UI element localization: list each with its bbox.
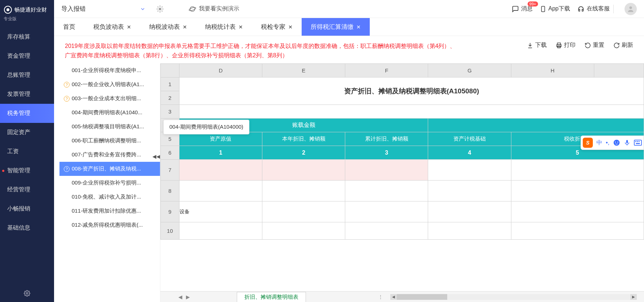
cell[interactable]	[179, 181, 262, 201]
tree-item-007[interactable]: 007-广告费和业务宣传费跨...	[59, 148, 160, 162]
ime-mic-icon[interactable]	[624, 139, 630, 146]
col-num[interactable]: 2	[262, 146, 345, 160]
scroll-track[interactable]	[397, 294, 630, 300]
collapse-tree-icon[interactable]: ◀◀	[152, 154, 160, 159]
tab-income-tax[interactable]: 所得税汇算清缴✕	[302, 18, 370, 36]
sheet-tab[interactable]: 折旧、摊销调整明细表	[237, 292, 306, 302]
menu-tax[interactable]: 税务管理	[0, 104, 54, 123]
ime-toolbar[interactable]: S 中 •,	[581, 136, 644, 150]
sub-header[interactable]: 本年折旧、摊销额	[262, 132, 345, 146]
cell[interactable]	[511, 160, 644, 181]
cell[interactable]	[262, 201, 345, 222]
cell[interactable]	[511, 222, 644, 240]
menu-baseinfo[interactable]: 基础信息	[0, 218, 54, 237]
tree-item-005[interactable]: 005-纳税调整项目明细表(A1...	[59, 120, 160, 134]
col-num[interactable]: 4	[428, 146, 511, 160]
scroll-thumb[interactable]	[397, 294, 447, 300]
cell[interactable]	[511, 181, 644, 201]
scroll-left-icon[interactable]: ◀	[390, 294, 397, 300]
next-sheet-icon[interactable]: ▶	[186, 294, 190, 300]
demo-link[interactable]: 我要看实例演示	[189, 5, 239, 13]
col-header-E[interactable]: E	[262, 64, 345, 77]
cell[interactable]	[179, 105, 644, 119]
ime-punct-icon[interactable]: •,	[606, 139, 609, 146]
menu-reimburse[interactable]: 小畅报销	[0, 199, 54, 218]
tab-home[interactable]: 首页	[54, 18, 84, 36]
download-button[interactable]: 下载	[527, 41, 547, 49]
reset-button[interactable]: 重置	[585, 41, 604, 49]
tree-item-009[interactable]: 009-企业所得税弥补亏损明...	[59, 176, 160, 190]
tree-item-010[interactable]: 010-免税、减计收入及加计...	[59, 190, 160, 204]
tab-taxcheck[interactable]: 税检专家✕	[252, 18, 302, 36]
tab-taxpay-stat[interactable]: 纳税统计表✕	[196, 18, 252, 36]
cell[interactable]	[262, 160, 345, 181]
sheet-title[interactable]: 资产折旧、摊销及纳税调整明细表(A105080)	[179, 77, 644, 105]
tree-item-011[interactable]: 011-研发费用加计扣除优惠...	[59, 204, 160, 218]
cell[interactable]	[345, 201, 428, 222]
scroll-right-icon[interactable]: ▶	[630, 294, 637, 300]
col-header-D[interactable]: D	[179, 64, 262, 77]
horizontal-scrollbar[interactable]: ◀ ▶	[390, 294, 637, 300]
settings-gear-icon[interactable]	[24, 290, 30, 297]
cell[interactable]	[345, 222, 428, 240]
cell[interactable]	[262, 222, 345, 240]
row-header-8[interactable]: 8	[161, 181, 179, 201]
row-header-1[interactable]: 1	[161, 77, 179, 91]
user-avatar[interactable]	[625, 3, 637, 15]
more-icon[interactable]: ⋮	[378, 294, 383, 300]
col-num[interactable]: 3	[345, 146, 428, 160]
tree-item-008[interactable]: ?008-资产折旧、摊销及纳税...	[59, 162, 160, 176]
group-header-blank[interactable]	[428, 119, 644, 132]
cell[interactable]	[179, 222, 262, 240]
support-button[interactable]: 在线客服	[577, 5, 610, 13]
menu-smart[interactable]: 智能管理	[0, 161, 54, 180]
ime-emoji-icon[interactable]	[613, 139, 620, 146]
print-button[interactable]: 打印	[556, 41, 576, 49]
ime-keyboard-icon[interactable]	[634, 139, 642, 146]
cell[interactable]	[262, 181, 345, 201]
sub-header[interactable]: 资产计税基础	[428, 132, 511, 146]
col-header-G[interactable]: G	[428, 64, 511, 77]
col-header-I[interactable]	[594, 64, 644, 77]
tree-item-004[interactable]: 004-期间费用明细表(A1040...	[59, 106, 160, 120]
tree-item-012[interactable]: 012-减免所得税优惠明细表(...	[59, 218, 160, 232]
tab-taxload[interactable]: 税负波动表✕	[84, 18, 140, 36]
close-icon[interactable]: ✕	[239, 24, 243, 30]
menu-business[interactable]: 经营管理	[0, 180, 54, 199]
menu-assets[interactable]: 固定资产	[0, 123, 54, 142]
sub-header[interactable]: 累计折旧、摊销额	[345, 132, 428, 146]
row-header-7[interactable]: 7	[161, 160, 179, 181]
cell[interactable]	[428, 160, 511, 181]
refresh-button[interactable]: 刷新	[613, 41, 633, 49]
ime-lang[interactable]: 中	[596, 139, 602, 147]
cell[interactable]	[345, 181, 428, 201]
menu-funds[interactable]: 资金管理	[0, 46, 54, 66]
cell[interactable]	[428, 201, 511, 222]
tree-item-001[interactable]: 001-企业所得税年度纳税申...	[59, 63, 160, 77]
menu-inventory[interactable]: 库存核算	[0, 27, 54, 46]
row-header-6[interactable]: 6	[161, 146, 179, 160]
col-header-F[interactable]: F	[345, 64, 428, 77]
row-header-10[interactable]: 10	[161, 222, 179, 240]
tree-item-006[interactable]: 006-职工薪酬纳税调整明细...	[59, 134, 160, 148]
cell[interactable]	[428, 181, 511, 201]
row-header-3[interactable]: 3	[161, 105, 179, 119]
tree-item-003[interactable]: ?003-一般企业成本支出明细...	[59, 92, 160, 106]
cell[interactable]	[179, 160, 262, 181]
cell[interactable]	[511, 201, 644, 222]
cell[interactable]	[428, 222, 511, 240]
tab-taxpay-wave[interactable]: 纳税波动表✕	[140, 18, 196, 36]
close-icon[interactable]: ✕	[183, 24, 187, 30]
row-header-9[interactable]: 9	[161, 201, 179, 222]
menu-invoice[interactable]: 发票管理	[0, 85, 54, 104]
cell[interactable]: 设备	[179, 201, 262, 222]
col-header-H[interactable]: H	[511, 64, 594, 77]
gear-icon[interactable]	[156, 5, 164, 13]
col-num[interactable]: 1	[179, 146, 262, 160]
menu-salary[interactable]: 工资	[0, 142, 54, 161]
error-dropdown[interactable]: 导入报错	[61, 5, 146, 13]
tree-item-002[interactable]: ?002-一般企业收入明细表(A1...	[59, 77, 160, 92]
cell[interactable]	[345, 160, 428, 181]
sogou-logo-icon[interactable]: S	[583, 138, 593, 148]
row-header-2[interactable]: 2	[161, 91, 179, 105]
